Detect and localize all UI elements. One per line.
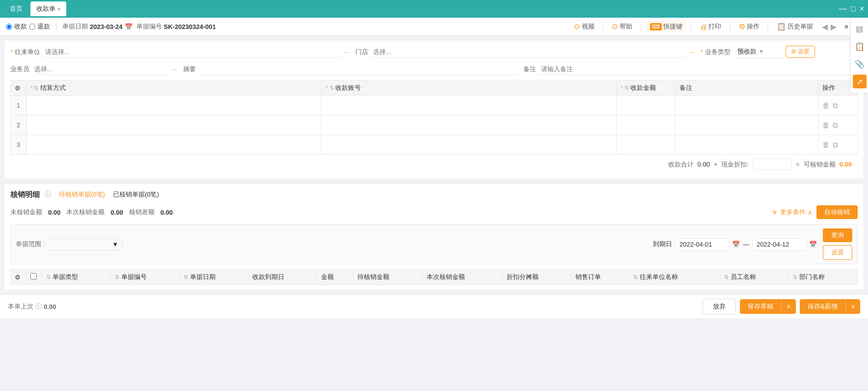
plus-sign: + (714, 161, 718, 168)
due-col-label: 收款到期日 (252, 273, 284, 280)
radio-tuikuan-label[interactable]: 退款 (37, 22, 50, 31)
date-value: 2023-03-24 (90, 23, 123, 30)
save-new-main[interactable]: 保存&新增 (800, 299, 846, 314)
col-account-label: 收款账号 (335, 84, 361, 91)
row1-delete-icon[interactable]: 🗑 (822, 101, 830, 110)
save-draft-split-btn[interactable]: 保存草稿 ∧ (740, 299, 796, 314)
save-draft-arrow-icon[interactable]: ∧ (782, 300, 796, 313)
auto-verify-btn[interactable]: 自动核销 (816, 205, 858, 219)
more-conditions-btn[interactable]: ⛛ 更多条件 ∧ (772, 208, 813, 217)
last-order-label: 本单上次 (8, 302, 33, 311)
date-from-input[interactable] (675, 238, 729, 251)
pending-tab[interactable]: 待核销单据(0笔) (56, 189, 108, 200)
date-col-label: 单据日期 (190, 273, 216, 280)
row2-delete-icon[interactable]: 🗑 (822, 121, 830, 129)
info-icon-footer[interactable]: ⓘ (35, 302, 42, 311)
row1-settle[interactable] (27, 96, 322, 115)
col-notes-label: 备注 (679, 84, 692, 91)
gear-header[interactable]: ⚙ (11, 81, 27, 96)
row3-account[interactable] (322, 135, 617, 155)
row1-account[interactable] (322, 96, 617, 115)
row3-notes[interactable] (676, 135, 818, 155)
discount-input[interactable] (753, 159, 792, 170)
row3-amount[interactable] (617, 135, 676, 155)
staff-more-icon[interactable]: ··· (171, 65, 177, 73)
checkbox-col-header[interactable] (27, 270, 42, 285)
row2-account[interactable] (322, 115, 617, 135)
radio-tuikuan[interactable] (29, 24, 35, 30)
radio-shoukuan-label[interactable]: 收款 (14, 22, 27, 31)
save-new-split-btn[interactable]: 保存&新增 ∧ (800, 299, 860, 314)
partner-more-icon[interactable]: ··· (344, 48, 350, 56)
minimize-icon[interactable]: — (839, 4, 847, 13)
biz-type-label: 业务类型 (701, 48, 731, 56)
shortcut-label: 快捷键 (663, 22, 682, 31)
tab-current[interactable]: 收款单 × (30, 1, 66, 16)
row1-notes[interactable] (676, 96, 818, 115)
available-value: 0.00 (840, 161, 852, 168)
row2-settle[interactable] (27, 115, 322, 135)
summary-row: 收款合计 0.00 + 现金折扣: = 可核销金额 0.00 (10, 155, 858, 174)
sidebar-clipboard-icon[interactable]: 📋 (853, 39, 867, 53)
row3-delete-icon[interactable]: 🗑 (822, 140, 830, 149)
print-icon: 🖨 (700, 23, 707, 31)
sidebar-table-icon[interactable]: ▤ (853, 22, 867, 35)
row2-amount[interactable] (617, 115, 676, 135)
settings-btn[interactable]: ⚙ 设置 (786, 46, 815, 58)
row2-copy-icon[interactable]: ⧉ (833, 121, 838, 130)
list-view-icon[interactable]: ≡ (841, 22, 851, 31)
partner-input[interactable] (43, 46, 341, 58)
section-title: 核销明细 (10, 190, 40, 199)
equals-sign: = (796, 161, 800, 168)
help-icon: ⊙ (612, 22, 618, 31)
range-select[interactable]: ▼ (44, 238, 123, 251)
abandon-btn[interactable]: 放弃 (703, 299, 736, 314)
shortcut-btn[interactable]: ⌨ 快捷键 (646, 21, 686, 32)
select-all-checkbox[interactable] (30, 273, 37, 279)
cal-to-icon[interactable]: 📅 (809, 241, 817, 248)
notes-input[interactable] (539, 63, 858, 75)
history-btn[interactable]: 📋 历史单据 (773, 21, 817, 32)
staff-input[interactable] (32, 63, 168, 75)
shop-more-icon[interactable]: ··· (689, 48, 695, 56)
sidebar-attach-icon[interactable]: 📎 (853, 57, 867, 71)
row1-amount[interactable] (617, 96, 676, 115)
cal-from-icon[interactable]: 📅 (732, 241, 740, 248)
help-btn[interactable]: ⊙ 帮助 (608, 21, 636, 32)
query-btn[interactable]: 查询 (823, 228, 852, 242)
summary-input[interactable] (199, 63, 517, 75)
save-draft-main[interactable]: 保存草稿 (740, 299, 782, 314)
operation-btn[interactable]: ⚙ 操作 (735, 21, 763, 32)
history-label: 历史单据 (787, 22, 813, 31)
prev-arrow[interactable]: ◀ (821, 22, 829, 31)
shop-input[interactable] (371, 46, 686, 58)
row3-action: 🗑 ⧉ (818, 135, 858, 155)
gear-col-header[interactable]: ⚙ (11, 270, 27, 285)
total-label: 收款合计 (668, 160, 694, 169)
done-tab[interactable]: 已核销单据(0笔) (113, 190, 159, 199)
row2-notes[interactable] (676, 115, 818, 135)
calendar-icon[interactable]: 📅 (125, 23, 133, 30)
print-btn[interactable]: 🖨 打印 (696, 21, 725, 32)
type-col-label: 单据类型 (53, 273, 78, 280)
row3-copy-icon[interactable]: ⧉ (833, 140, 838, 149)
radio-shoukuan[interactable] (6, 24, 12, 30)
row3-settle[interactable] (27, 135, 322, 155)
date-range-field: 到期日 📅 — 📅 (653, 238, 817, 251)
biz-type-select[interactable]: 预收款 ▼ (733, 45, 783, 58)
staff-field: 业务员 ··· (10, 63, 177, 75)
current-col-header: 本次核销金额 (422, 270, 502, 285)
tab-close-icon[interactable]: × (57, 6, 60, 12)
date-to-input[interactable] (752, 238, 806, 251)
table-settings-btn[interactable]: 设置 (823, 245, 852, 260)
close-icon[interactable]: × (860, 4, 864, 13)
tab-home[interactable]: 首页 (4, 1, 28, 16)
video-btn[interactable]: ⊙ 视频 (570, 21, 598, 32)
sidebar-expand-icon[interactable]: ↗ (853, 75, 867, 88)
info-icon[interactable]: ⓘ (45, 190, 51, 199)
row1-copy-icon[interactable]: ⧉ (833, 101, 838, 110)
next-arrow[interactable]: ▶ (830, 22, 838, 31)
save-new-arrow-icon[interactable]: ∧ (846, 300, 860, 313)
pending-tab-label: 待核销单据(0笔) (59, 191, 105, 198)
restore-icon[interactable]: □ (851, 4, 856, 13)
